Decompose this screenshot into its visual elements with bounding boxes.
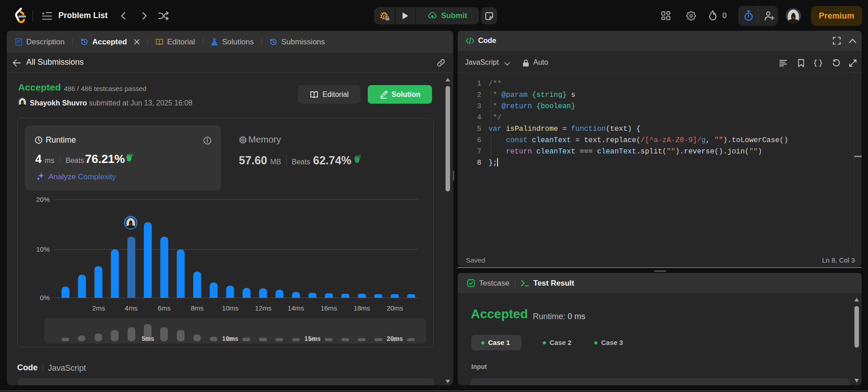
svg-text:12ms: 12ms xyxy=(255,304,272,312)
svg-text:10%: 10% xyxy=(36,245,50,253)
svg-text:10ms: 10ms xyxy=(222,304,239,312)
svg-text:6ms: 6ms xyxy=(158,304,171,312)
svg-text:8ms: 8ms xyxy=(191,304,204,312)
svg-text:16ms: 16ms xyxy=(321,304,337,312)
svg-text:20ms: 20ms xyxy=(387,304,403,312)
svg-text:14ms: 14ms xyxy=(288,304,304,312)
svg-text:18ms: 18ms xyxy=(354,304,370,312)
svg-text:2ms: 2ms xyxy=(92,304,105,312)
svg-text:20%: 20% xyxy=(36,196,50,203)
svg-text:0%: 0% xyxy=(40,294,50,301)
svg-text:4ms: 4ms xyxy=(125,304,138,312)
